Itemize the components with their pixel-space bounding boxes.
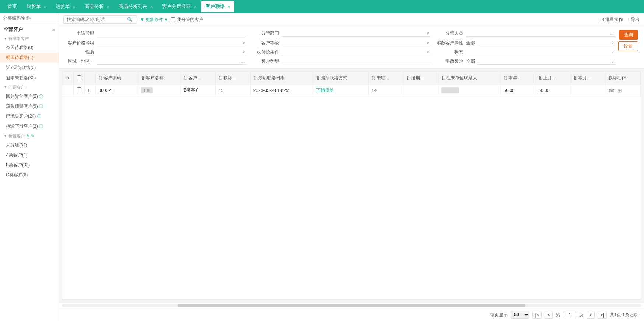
caret-down-icon: ∨ bbox=[427, 50, 429, 54]
scrollbar-thumb[interactable] bbox=[178, 304, 525, 307]
nav-home[interactable]: 首页 bbox=[3, 1, 21, 12]
nature-label: 性质 bbox=[65, 49, 94, 55]
status-select[interactable]: ∨ bbox=[466, 49, 615, 55]
export-btn[interactable]: ↑ 导出 bbox=[627, 17, 640, 23]
th-contact-count[interactable]: ⇅ 联络... bbox=[215, 72, 250, 84]
grid-action-icon[interactable]: ⊞ bbox=[617, 87, 622, 93]
toolbar-search-container: 🔍 bbox=[63, 15, 137, 24]
prev-page-btn[interactable]: < bbox=[545, 311, 553, 319]
info-icon: ⓘ bbox=[39, 124, 43, 128]
customer-level-select[interactable]: ∨ bbox=[282, 40, 431, 46]
payment-select[interactable]: ∨ bbox=[282, 49, 431, 55]
settings-icon[interactable]: ⚙ bbox=[65, 76, 69, 81]
th-unit-contacts[interactable]: ⇅ 往来单位联系人 bbox=[438, 72, 501, 84]
sidebar-item-tomorrow-pending[interactable]: 明天待联络(1) bbox=[0, 53, 59, 63]
dept-select[interactable]: ∨ bbox=[282, 31, 431, 37]
close-icon[interactable]: × bbox=[228, 4, 230, 9]
page-input[interactable] bbox=[563, 311, 576, 318]
customer-table: ⚙ ⇅ 客户编码 ⇅ 客户名称 ⇅ 客户... bbox=[62, 72, 641, 96]
my-customers-label: 我分管的客户 bbox=[177, 17, 203, 23]
close-icon[interactable]: × bbox=[73, 4, 75, 9]
td-customer-code: 000021 bbox=[95, 84, 138, 96]
first-page-btn[interactable]: |< bbox=[532, 311, 542, 319]
sidebar-section-pending: 待联络客户 bbox=[0, 34, 59, 43]
dots-icon: … bbox=[241, 59, 245, 63]
nav-purchase-order[interactable]: 进货单 × bbox=[51, 1, 80, 12]
retail-attr-select[interactable]: ∨ bbox=[478, 40, 615, 46]
table-wrapper: ⚙ ⇅ 客户编码 ⇅ 客户名称 ⇅ 客户... bbox=[62, 72, 641, 300]
last-page-btn[interactable]: >| bbox=[598, 311, 607, 319]
scrollbar-row bbox=[59, 303, 644, 308]
td-this-month bbox=[570, 84, 605, 96]
more-filters-btn[interactable]: ▼ 更多条件 ∧ bbox=[140, 17, 168, 23]
close-icon[interactable]: × bbox=[107, 4, 109, 9]
th-last-month[interactable]: ⇅ 上月... bbox=[535, 72, 570, 84]
price-level-select[interactable]: ∨ bbox=[97, 40, 246, 46]
last-contact-method-link[interactable]: 下销货单 bbox=[316, 87, 334, 93]
th-customer-code[interactable]: ⇅ 客户编码 bbox=[95, 72, 138, 84]
toolbar-search-input[interactable] bbox=[67, 17, 126, 22]
sidebar-item-class-b[interactable]: B类客户(33) bbox=[0, 160, 59, 170]
phone-input[interactable] bbox=[97, 30, 246, 37]
th-settings[interactable]: ⚙ bbox=[62, 72, 73, 84]
caret-icon: ∧ bbox=[164, 17, 168, 22]
nature-select[interactable]: ∨ bbox=[97, 49, 246, 55]
sidebar-item-ungrouped[interactable]: 未分组(32) bbox=[0, 140, 59, 150]
th-overdue[interactable]: ⇅ 逾期... bbox=[403, 72, 438, 84]
sidebar-item-class-a[interactable]: A类客户(1) bbox=[0, 150, 59, 160]
toolbar-search-icon[interactable]: 🔍 bbox=[127, 17, 133, 22]
filter-row-1: 电话号码 分管部门 ∨ 分管人员 … bbox=[65, 30, 615, 37]
close-icon[interactable]: × bbox=[150, 4, 153, 9]
my-customers-checkbox[interactable] bbox=[171, 17, 175, 22]
nav-customer-contact[interactable]: 客户联络 × bbox=[201, 1, 234, 12]
region-select[interactable]: … bbox=[97, 58, 246, 65]
close-icon[interactable]: × bbox=[194, 4, 196, 9]
th-this-year[interactable]: ⇅ 本年... bbox=[500, 72, 535, 84]
sidebar-item-today-pending[interactable]: 今天待联络(0) bbox=[0, 43, 59, 53]
retail-select[interactable]: ∨ bbox=[478, 59, 615, 65]
set-button[interactable]: 设置 bbox=[618, 41, 638, 51]
phone-action-icon[interactable]: ☎ bbox=[608, 87, 615, 93]
th-last-contact-date[interactable]: ⇅ 最后联络日期 bbox=[250, 72, 313, 84]
per-page-select[interactable]: 50 100 bbox=[511, 311, 529, 319]
query-button[interactable]: 查询 bbox=[619, 30, 638, 40]
nav-product-analysis[interactable]: 商品分析 × bbox=[80, 1, 113, 12]
filter-phone-field: 电话号码 bbox=[65, 30, 246, 37]
th-last-contact-method[interactable]: ⇅ 最后联络方式 bbox=[313, 72, 368, 84]
sidebar-item-churned[interactable]: 已流失客户(24) ⓘ bbox=[0, 111, 59, 121]
sidebar-collapse-btn[interactable]: « bbox=[52, 27, 55, 32]
sidebar-item-churn-warning[interactable]: 流失预警客户(3) ⓘ bbox=[0, 101, 59, 111]
th-this-month[interactable]: ⇅ 本月... bbox=[570, 72, 605, 84]
td-contact-count: 15 bbox=[215, 84, 250, 96]
th-customer-type[interactable]: ⇅ 客户... bbox=[181, 72, 216, 84]
sidebar-search-input[interactable] bbox=[3, 15, 58, 21]
close-icon[interactable]: × bbox=[44, 4, 46, 9]
my-customers-checkbox-label[interactable]: 我分管的客户 bbox=[171, 17, 203, 23]
filter-price-level-field: 客户价格等级 ∨ bbox=[65, 40, 246, 46]
nav-sales-order[interactable]: 销货单 × bbox=[22, 1, 50, 12]
edit-icon[interactable]: ✎ bbox=[31, 134, 34, 138]
total-label: 共1页 1条记录 bbox=[610, 312, 638, 318]
caret-down-icon: ∨ bbox=[611, 50, 614, 54]
batch-op-btn[interactable]: ☑ 批量操作 bbox=[600, 17, 623, 23]
person-select[interactable]: … bbox=[466, 30, 615, 37]
row-checkbox[interactable] bbox=[77, 87, 81, 92]
th-no-contact-days[interactable]: ⇅ 未联... bbox=[368, 72, 403, 84]
refresh-icon[interactable]: ↻ bbox=[26, 134, 29, 138]
sidebar-all-customers[interactable]: 全部客户 « bbox=[0, 23, 59, 34]
sidebar-item-7days-pending[interactable]: 近7天待联络(0) bbox=[0, 63, 59, 73]
td-index: 1 bbox=[84, 84, 95, 96]
nav-customer-stratification[interactable]: 客户分层经营 × bbox=[158, 1, 200, 12]
next-page-btn[interactable]: > bbox=[587, 311, 595, 319]
payment-label: 收付款条件 bbox=[249, 49, 279, 55]
select-all-checkbox[interactable] bbox=[77, 75, 81, 80]
nav-product-analysis-list[interactable]: 商品分析列表 × bbox=[114, 1, 157, 12]
sidebar-item-overdue-pending[interactable]: 逾期未联络(30) bbox=[0, 73, 59, 83]
sidebar-item-class-c[interactable]: C类客户(6) bbox=[0, 170, 59, 180]
sort-icon: ⇅ bbox=[141, 76, 145, 81]
filter-payment-field: 收付款条件 ∨ bbox=[249, 49, 431, 55]
sidebar-item-abnormal-repurchase[interactable]: 回购异常客户(2) ⓘ bbox=[0, 92, 59, 101]
th-customer-name[interactable]: ⇅ 客户名称 bbox=[138, 72, 180, 84]
sidebar-item-declining[interactable]: 持续下滑客户(2) ⓘ bbox=[0, 121, 59, 131]
customer-type-select[interactable] bbox=[282, 61, 431, 62]
